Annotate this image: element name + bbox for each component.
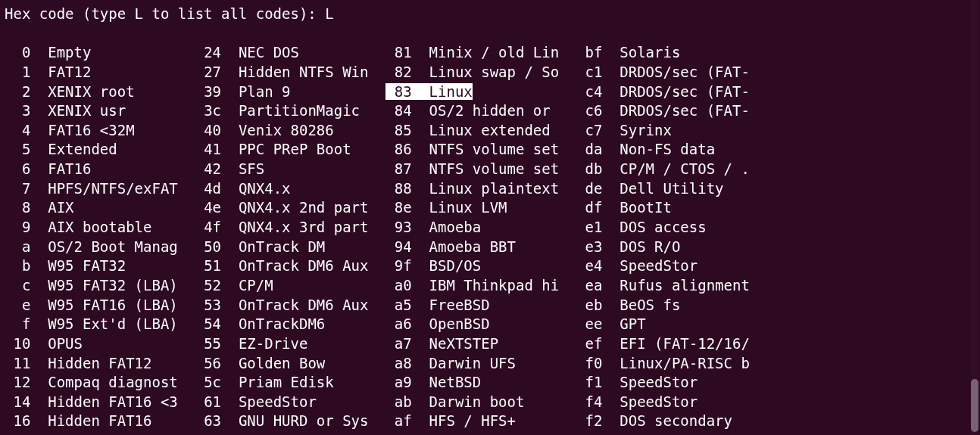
partition-code: f (5, 315, 30, 332)
partition-name: Darwin boot (429, 393, 576, 410)
partition-name: Compaq diagnost (48, 374, 195, 390)
partition-name: OnTrackDM6 (239, 315, 385, 332)
partition-code: 63 (195, 412, 221, 429)
partition-name: Rufus alignment (620, 277, 766, 294)
partition-name: NEC DOS (239, 44, 385, 61)
partition-name: GPT (620, 315, 766, 332)
partition-code: 82 (385, 64, 411, 80)
partition-code: a9 (385, 374, 411, 390)
partition-code: db (576, 160, 602, 177)
partition-code: 5c (195, 374, 221, 390)
partition-code: a (5, 238, 30, 255)
partition-name: SpeedStor (620, 374, 766, 390)
partition-code: a8 (385, 355, 411, 371)
partition-code: 4f (195, 219, 221, 235)
partition-code: 9 (5, 219, 30, 235)
partition-name: EZ-Drive (239, 335, 385, 352)
partition-name: BSD/OS (429, 257, 576, 274)
scrollbar-thumb[interactable] (971, 379, 978, 432)
partition-name: OpenBSD (429, 315, 576, 332)
partition-name: Linux/PA-RISC b (620, 355, 766, 371)
partition-code: c6 (576, 102, 602, 119)
partition-code: f4 (576, 393, 602, 410)
partition-name: OnTrack DM6 Aux (239, 297, 385, 313)
partition-code: da (576, 141, 602, 157)
partition-name: QNX4.x 3rd part (239, 219, 385, 235)
partition-code: 3c (195, 102, 221, 119)
partition-code: 7 (5, 180, 30, 197)
partition-code: 88 (385, 180, 411, 197)
partition-code: 4e (195, 199, 221, 216)
partition-code: 55 (195, 335, 221, 352)
partition-name: OPUS (48, 335, 195, 352)
partition-code: 93 (385, 219, 411, 235)
partition-name: DOS secondary (620, 412, 766, 429)
partition-code: ab (385, 393, 411, 410)
partition-code: c4 (576, 83, 602, 100)
partition-code: 4 (5, 122, 30, 138)
partition-name: DRDOS/sec (FAT- (620, 102, 766, 119)
partition-name: Linux plaintext (429, 180, 576, 197)
partition-name: OS/2 Boot Manag (48, 238, 195, 255)
partition-name: NetBSD (429, 374, 576, 390)
partition-code: 50 (195, 238, 221, 255)
partition-code: de (576, 180, 602, 197)
partition-name: W95 FAT32 (LBA) (48, 277, 195, 294)
partition-name: Minix / old Lin (429, 44, 576, 61)
partition-name: Amoeba BBT (429, 238, 576, 255)
partition-name: Dell Utility (620, 180, 766, 197)
partition-name: Syrinx (620, 122, 766, 138)
partition-code: eb (576, 297, 602, 313)
partition-code: 42 (195, 160, 221, 177)
partition-name: Hidden FAT16 <3 (48, 393, 195, 410)
partition-name: PartitionMagic (239, 102, 385, 119)
partition-code: f0 (576, 355, 602, 371)
prompt-input[interactable]: L (325, 5, 333, 22)
partition-name: Plan 9 (239, 83, 385, 100)
partition-code: 4d (195, 180, 221, 197)
partition-name: FreeBSD (429, 297, 576, 313)
partition-name: DRDOS/sec (FAT- (620, 64, 766, 80)
partition-code: 61 (195, 393, 221, 410)
partition-name: Extended (48, 141, 195, 157)
partition-code: 41 (195, 141, 221, 157)
partition-name: XENIX root (48, 83, 195, 100)
partition-code: 94 (385, 238, 411, 255)
partition-code: a5 (385, 297, 411, 313)
partition-name: NTFS volume set (429, 160, 576, 177)
terminal-screen[interactable]: Hex code (type L to list all codes): L 0… (5, 5, 975, 430)
partition-code: 11 (5, 355, 30, 371)
partition-name: CP/M (239, 277, 385, 294)
partition-name: HFS / HFS+ (429, 412, 576, 429)
partition-name: Linux swap / So (429, 64, 576, 80)
partition-name: Hidden FAT16 (48, 412, 195, 429)
partition-code: e4 (576, 257, 602, 274)
partition-name: W95 FAT16 (LBA) (48, 297, 195, 313)
partition-code: 12 (5, 374, 30, 390)
partition-name: QNX4.x 2nd part (239, 199, 385, 216)
partition-code: 8 (5, 199, 30, 216)
partition-name: SFS (239, 160, 385, 177)
partition-name: Solaris (620, 44, 766, 61)
partition-code: 52 (195, 277, 221, 294)
partition-code: 5 (5, 141, 30, 157)
partition-name: FAT16 <32M (48, 122, 195, 138)
partition-code: df (576, 199, 602, 216)
partition-name: NeXTSTEP (429, 335, 576, 352)
partition-code: 1 (5, 64, 30, 80)
partition-code: 87 (385, 160, 411, 177)
partition-code: 51 (195, 257, 221, 274)
partition-name: DOS access (620, 219, 766, 235)
partition-code: bf (576, 44, 602, 61)
partition-code: 40 (195, 122, 221, 138)
partition-name: AIX bootable (48, 219, 195, 235)
partition-code: 3 (5, 102, 30, 119)
partition-code: c1 (576, 64, 602, 80)
partition-name: FAT12 (48, 64, 195, 80)
partition-code: ea (576, 277, 602, 294)
partition-code: e3 (576, 238, 602, 255)
scrollbar-track[interactable] (971, 0, 978, 435)
partition-name: SpeedStor (239, 393, 385, 410)
selected-partition-type: 83 Linux (385, 83, 472, 100)
partition-code: 39 (195, 83, 221, 100)
